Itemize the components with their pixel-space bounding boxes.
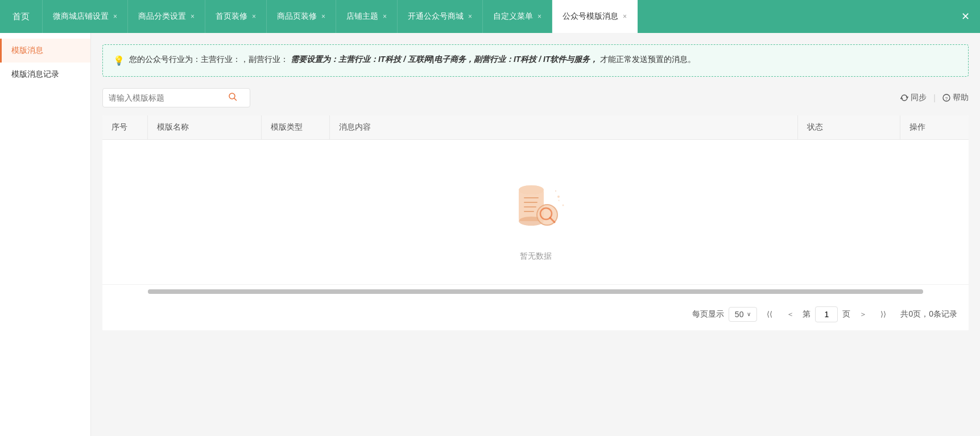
search-input[interactable] — [109, 93, 228, 102]
empty-illustration — [502, 174, 570, 242]
svg-point-15 — [557, 196, 560, 198]
next-page-button[interactable]: ＞ — [855, 306, 871, 322]
tab-home-decor-label: 首页装修 — [216, 11, 247, 22]
svg-point-7 — [519, 185, 544, 194]
per-page-value: 50 — [735, 310, 744, 319]
tab-home-decor[interactable]: 首页装修 × — [205, 0, 267, 33]
tab-home-decor-close[interactable]: × — [252, 13, 256, 20]
empty-state: 暂无数据 — [102, 140, 969, 284]
notice-banner: 💡 您的公众号行业为：主营行业：，副营行业： 需要设置为：主营行业：IT科技 /… — [102, 44, 969, 77]
sidebar-item-template-record[interactable]: 模版消息记录 — [0, 63, 90, 86]
col-status: 状态 — [798, 115, 900, 139]
tab-template-msg-close[interactable]: × — [623, 13, 627, 20]
content-area: 💡 您的公众号行业为：主营行业：，副营行业： 需要设置为：主营行业：IT科技 /… — [91, 33, 980, 436]
sidebar-item-template-record-label: 模版消息记录 — [11, 69, 59, 78]
sidebar-item-template-msg-label: 模版消息 — [11, 45, 43, 55]
page-number-input[interactable] — [815, 306, 838, 322]
first-page-button[interactable]: ⟨⟨ — [762, 306, 778, 322]
sync-button[interactable]: 同步 — [900, 93, 927, 103]
svg-line-1 — [234, 98, 237, 101]
tab-wsc-settings-label: 微商城店铺设置 — [53, 11, 109, 22]
total-info: 共0页，0条记录 — [900, 309, 957, 319]
prev-page-button[interactable]: ＜ — [782, 306, 798, 322]
svg-point-16 — [562, 204, 564, 206]
action-separator: | — [933, 93, 936, 102]
per-page-label: 每页显示 — [692, 309, 724, 319]
chevron-down-icon: ∨ — [747, 311, 751, 317]
notice-icon: 💡 — [113, 53, 125, 68]
close-all-tabs-button[interactable]: ✕ — [951, 0, 980, 33]
col-action: 操作 — [900, 115, 969, 139]
notice-text-suffix: 才能正常发送预置的消息。 — [600, 55, 696, 64]
help-label: 帮助 — [953, 93, 969, 103]
table-header: 序号 模版名称 模版类型 消息内容 状态 操作 — [102, 115, 969, 140]
tab-product-decor-close[interactable]: × — [321, 13, 325, 20]
col-name: 模版名称 — [148, 115, 262, 139]
tab-store-theme-close[interactable]: × — [383, 13, 387, 20]
notice-text-prefix: 您的公众号行业为：主营行业：，副营行业： — [129, 55, 288, 64]
tab-store-theme[interactable]: 店铺主题 × — [336, 0, 398, 33]
sync-icon — [900, 94, 908, 102]
page-word-pre: 第 — [803, 309, 811, 319]
tab-category-settings[interactable]: 商品分类设置 × — [128, 0, 205, 33]
tab-open-mall-label: 开通公众号商城 — [408, 11, 464, 22]
tab-product-decor[interactable]: 商品页装修 × — [267, 0, 336, 33]
search-bar: 同步 | ? 帮助 — [102, 88, 969, 107]
tab-custom-menu-label: 自定义菜单 — [493, 11, 533, 22]
tab-open-mall-close[interactable]: × — [468, 13, 472, 20]
search-icon[interactable] — [228, 92, 237, 103]
pagination: 每页显示 50 ∨ ⟨⟨ ＜ 第 页 ＞ ⟩⟩ 共0页，0条记录 — [102, 298, 969, 330]
notice-text-emphasis: 需要设置为：主营行业：IT科技 / 互联网|电子商务，副营行业：IT科技 / I… — [291, 55, 598, 64]
col-type: 模版类型 — [262, 115, 330, 139]
main-layout: 模版消息 模版消息记录 💡 您的公众号行业为：主营行业：，副营行业： 需要设置为… — [0, 33, 980, 436]
scrollbar-row — [102, 284, 969, 298]
col-content: 消息内容 — [330, 115, 798, 139]
scrollbar-track[interactable] — [148, 289, 923, 294]
data-table: 序号 模版名称 模版类型 消息内容 状态 操作 — [102, 115, 969, 330]
tab-wsc-settings[interactable]: 微商城店铺设置 × — [43, 0, 128, 33]
tab-template-msg-label: 公众号模版消息 — [563, 11, 618, 22]
tab-home-label: 首页 — [13, 11, 30, 22]
tab-custom-menu[interactable]: 自定义菜单 × — [483, 0, 552, 33]
tab-wsc-settings-close[interactable]: × — [113, 13, 117, 20]
col-index: 序号 — [102, 115, 148, 139]
per-page-select[interactable]: 50 ∨ — [729, 307, 758, 322]
tab-custom-menu-close[interactable]: × — [537, 13, 541, 20]
sync-label: 同步 — [911, 93, 927, 103]
tab-product-decor-label: 商品页装修 — [277, 11, 317, 22]
sidebar: 模版消息 模版消息记录 — [0, 33, 91, 436]
help-button[interactable]: ? 帮助 — [942, 93, 969, 103]
empty-text: 暂无数据 — [520, 251, 552, 261]
page-word-post: 页 — [842, 309, 850, 319]
tab-home[interactable]: 首页 — [0, 0, 43, 33]
tab-bar: 首页 微商城店铺设置 × 商品分类设置 × 首页装修 × 商品页装修 × 店铺主… — [0, 0, 980, 33]
search-actions: 同步 | ? 帮助 — [900, 93, 969, 103]
notice-text: 您的公众号行业为：主营行业：，副营行业： 需要设置为：主营行业：IT科技 / 互… — [129, 53, 696, 65]
tab-open-mall[interactable]: 开通公众号商城 × — [398, 0, 483, 33]
tab-store-theme-label: 店铺主题 — [346, 11, 378, 22]
tab-category-settings-close[interactable]: × — [191, 13, 195, 20]
search-input-wrap[interactable] — [102, 88, 250, 107]
help-icon: ? — [942, 94, 950, 102]
tab-template-msg[interactable]: 公众号模版消息 × — [552, 0, 638, 33]
scrollbar-thumb[interactable] — [148, 289, 923, 294]
last-page-button[interactable]: ⟩⟩ — [875, 306, 891, 322]
svg-text:?: ? — [945, 96, 948, 101]
svg-point-17 — [555, 190, 556, 192]
sidebar-item-template-msg[interactable]: 模版消息 — [0, 39, 90, 63]
tab-category-settings-label: 商品分类设置 — [138, 11, 186, 22]
